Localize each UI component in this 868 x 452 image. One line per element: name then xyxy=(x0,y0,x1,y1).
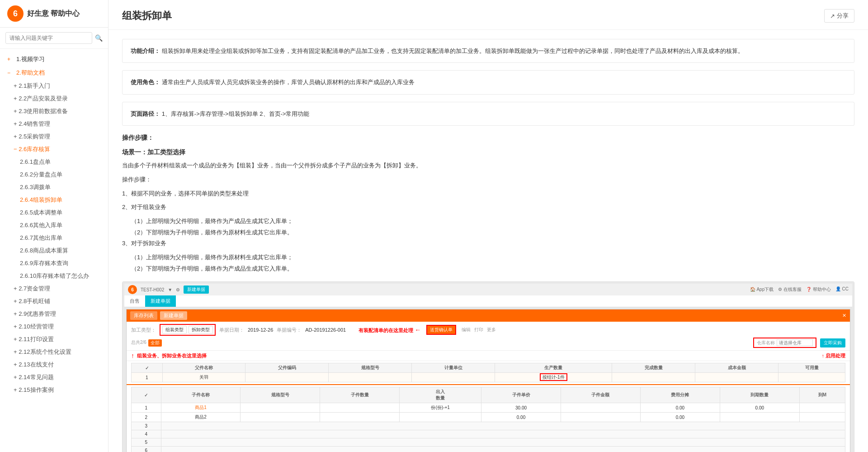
mock-annotation-1: 有装配清单的在这里处理 ← xyxy=(359,326,421,334)
step2: 2、对于组装业务 xyxy=(122,202,854,213)
mock-child-header-row: ✓ 子件名称 规格型号 子件数量 出入数量 子件单价 子件金额 费用分摊 到期数… xyxy=(132,387,845,403)
sidebar-item-2-3[interactable]: + 2.3使用前数据准备 xyxy=(0,105,108,118)
plus-icon-2-12: + xyxy=(14,348,19,355)
mock-edit-btn[interactable]: 编辑 xyxy=(462,327,471,333)
sidebar-item-2-9[interactable]: + 2.9优惠券管理 xyxy=(0,308,108,320)
sidebar-item-2-8[interactable]: + 2.8手机旺铺 xyxy=(0,295,108,308)
sidebar-item-2-6-10[interactable]: 2.6.10库存账本错了怎么办 xyxy=(0,270,108,282)
sidebar-item-2-1[interactable]: + 2.1新手入门 xyxy=(0,80,108,92)
child-cell-1-expire: 0.00 xyxy=(720,403,799,413)
search-input[interactable] xyxy=(5,32,92,44)
cell-qty: 按结计-1件 xyxy=(495,373,612,382)
child-cell-2-alloc: 0.00 xyxy=(640,413,720,422)
mock-ver: ▼ xyxy=(168,287,172,292)
mock-tab-new[interactable]: 新建单据 xyxy=(145,295,176,307)
mock-count-label: 总共2/6 xyxy=(131,339,146,347)
mock-print-btn[interactable]: 打印 xyxy=(474,327,483,333)
sidebar-item-2-6[interactable]: − 2.6库存核算 xyxy=(0,143,108,156)
child-cell-2-spec xyxy=(241,413,320,422)
plus-icon-2-2: + xyxy=(14,95,19,102)
sidebar-item-2-6-2[interactable]: 2.6.2分量盘点单 xyxy=(0,168,108,181)
mock-child-table-body: 1 商品1 份(份)-+1 30.00 0.00 0.00 xyxy=(132,403,845,452)
sidebar-item-2-6-6[interactable]: 2.6.6其他入库单 xyxy=(0,219,108,232)
child-cell-1-spec xyxy=(241,403,320,413)
child-col-io: 出入数量 xyxy=(400,387,481,403)
mock-tab-home[interactable]: 自售 xyxy=(124,295,145,307)
share-button[interactable]: ↗ 分享 xyxy=(824,9,854,23)
sidebar-item-2-6-8[interactable]: 2.6.8商品成本重算 xyxy=(0,244,108,257)
cell-name: 关羽 xyxy=(162,373,245,382)
empty-row-3-rest xyxy=(161,422,845,430)
mock-tab-bar: 自售 新建单据 xyxy=(124,295,852,307)
sidebar-item-2-12[interactable]: + 2.12系统个性化设置 xyxy=(0,346,108,358)
child-col-amount: 子件金额 xyxy=(561,387,640,403)
child-cell-2-io xyxy=(400,413,481,422)
child-cell-1-price: 30.00 xyxy=(481,403,561,413)
plus-icon-2-3: + xyxy=(14,108,19,114)
mock-win-tab-list[interactable]: 库存列表 xyxy=(130,311,157,320)
sidebar-item-2-6-1[interactable]: 2.6.1盘点单 xyxy=(0,156,108,168)
mock-settings: ⚙ xyxy=(176,287,180,292)
mock-window-tabs: 库存列表 新建单据 xyxy=(130,311,187,320)
cell-code xyxy=(245,373,329,382)
mock-win-tab-new[interactable]: 新建单据 xyxy=(160,311,187,320)
plus-icon-2-4: + xyxy=(14,120,19,127)
sidebar-item-2[interactable]: − 2.帮助文档 xyxy=(0,66,108,80)
arrow-right-icon2: ↑ xyxy=(821,353,826,358)
mock-type-selector: 组装类型 拆卸类型 xyxy=(160,324,216,336)
sidebar-item-2-5[interactable]: + 2.5采购管理 xyxy=(0,130,108,143)
mock-close-icon[interactable]: ✕ xyxy=(842,313,846,319)
sidebar-item-2-6-4[interactable]: 2.6.4组装拆卸单 xyxy=(0,194,108,206)
nav-group-1: + 1.视频学习 xyxy=(0,52,108,66)
plus-icon-2-8: + xyxy=(14,298,19,305)
sidebar-item-2-6-9[interactable]: 2.6.9库存账本查询 xyxy=(0,257,108,270)
table-row: 2 商品2 0.00 0.00 xyxy=(132,413,845,422)
annotation-text-2: 组装业务、拆卸业务在这里选择 xyxy=(137,352,207,359)
mock-page-btn[interactable]: 全部 xyxy=(148,339,162,347)
mock-help2: ❓ 帮助中心 xyxy=(806,286,831,293)
sidebar-item-2-2[interactable]: + 2.2产品安装及登录 xyxy=(0,92,108,105)
sidebar-item-2-6-7[interactable]: 2.6.7其他出库单 xyxy=(0,232,108,244)
mock-count-group: 总共2/6 全部 xyxy=(131,339,162,347)
search-button[interactable]: 🔍 xyxy=(95,34,103,42)
minus-icon-2: − xyxy=(7,70,14,76)
child-col-alloc: 费用分摊 xyxy=(640,387,720,403)
mock-annotation-row: ↑ 组装业务、拆卸业务在这里选择 ↑ 启用处理 xyxy=(127,351,850,361)
cell-spec xyxy=(329,373,412,382)
path-label: 页面路径： xyxy=(131,110,160,117)
sidebar-item-2-15[interactable]: + 2.15操作案例 xyxy=(0,384,108,396)
mock-order-label: 单据编号： xyxy=(277,327,302,333)
empty-row-6-rest xyxy=(161,447,845,452)
plus-icon-2-7: + xyxy=(14,285,19,292)
mock-type-btn-disassemble[interactable]: 拆卸类型 xyxy=(189,326,213,334)
mock-window-header: 库存列表 新建单据 ✕ xyxy=(127,309,850,322)
mock-more-btn[interactable]: 更多 xyxy=(487,327,496,333)
col-spec: 规格型号 xyxy=(329,363,412,373)
sidebar-item-2-11[interactable]: + 2.11打印设置 xyxy=(0,333,108,346)
plus-icon-2-5: + xyxy=(14,133,19,140)
mock-save-btn[interactable]: 立即采购 xyxy=(820,338,845,347)
mock-confirm-btn[interactable]: 送货确认单 xyxy=(426,325,456,335)
path-text: 1、库存核算->库存管理->组装拆卸单 2、首页->常用功能 xyxy=(162,110,310,117)
sidebar-item-2-14[interactable]: + 2.14常见问题 xyxy=(0,371,108,384)
sidebar-item-2-6-3[interactable]: 2.6.3调拨单 xyxy=(0,181,108,194)
plus-icon-2-11: + xyxy=(14,336,19,343)
table-row: 5 xyxy=(132,438,845,447)
table-row: 4 xyxy=(132,430,845,438)
sidebar-item-2-4[interactable]: + 2.4销售管理 xyxy=(0,118,108,130)
child-col-expire: 到期数量 xyxy=(720,387,799,403)
child-cell-2-idx: 2 xyxy=(132,413,161,422)
child-cell-1-alloc: 0.00 xyxy=(640,403,720,413)
logo-icon: 6 xyxy=(7,5,24,22)
sidebar-item-2-6-5[interactable]: 2.6.5成本调整单 xyxy=(0,206,108,219)
sidebar-item-2-10[interactable]: + 2.10经营管理 xyxy=(0,320,108,333)
sidebar-item-2-13[interactable]: + 2.13在线支付 xyxy=(0,358,108,371)
sidebar-item-1[interactable]: + 1.视频学习 xyxy=(0,52,108,66)
logo-label: 好生意 帮助中心 xyxy=(27,9,80,19)
mock-type-btn-assemble[interactable]: 组装类型 xyxy=(162,326,187,334)
mock-warehouse-input[interactable] xyxy=(777,339,813,346)
mock-status-btn[interactable]: 新建单据 xyxy=(184,285,209,294)
mock-child-table-head: ✓ 子件名称 规格型号 子件数量 出入数量 子件单价 子件金额 费用分摊 到期数… xyxy=(132,387,845,403)
sidebar-item-2-7[interactable]: + 2.7资金管理 xyxy=(0,282,108,295)
minus-icon-2-6: − xyxy=(14,146,19,152)
